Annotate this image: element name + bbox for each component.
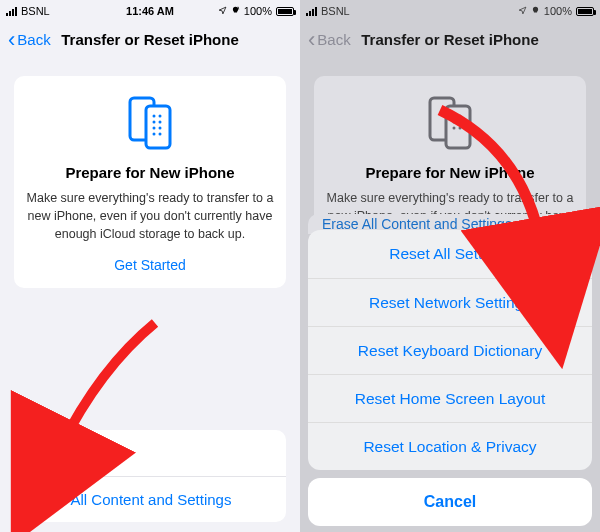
clock: 11:46 AM	[0, 5, 300, 17]
card-heading: Prepare for New iPhone	[326, 164, 574, 181]
location-icon	[518, 5, 527, 17]
reset-network-settings[interactable]: Reset Network Settings	[308, 278, 592, 326]
svg-point-3	[159, 115, 162, 118]
action-sheet: Erase All Content and Settings Reset All…	[308, 214, 592, 526]
svg-point-9	[159, 133, 162, 136]
svg-rect-11	[446, 106, 470, 148]
battery-icon	[276, 7, 294, 16]
status-bar: BSNL 11:46 AM 100%	[0, 0, 300, 20]
svg-rect-1	[146, 106, 170, 148]
chevron-left-icon: ‹	[8, 31, 15, 49]
back-button[interactable]: ‹ Back	[8, 31, 51, 49]
chevron-left-icon: ‹	[308, 31, 315, 49]
reset-home-screen[interactable]: Reset Home Screen Layout	[308, 374, 592, 422]
status-bar: BSNL 11:46 AM 100%	[300, 0, 600, 20]
svg-point-13	[459, 115, 462, 118]
two-phones-icon	[120, 94, 180, 154]
reset-keyboard[interactable]: Reset Keyboard Dictionary	[308, 326, 592, 374]
erase-row[interactable]: Erase All Content and Settings	[14, 476, 286, 522]
carrier-label: BSNL	[321, 5, 350, 17]
get-started-link[interactable]: Get Started	[114, 257, 186, 273]
cancel-button[interactable]: Cancel	[308, 478, 592, 526]
svg-point-14	[453, 121, 456, 124]
svg-point-17	[459, 127, 462, 130]
svg-point-7	[159, 127, 162, 130]
svg-point-16	[453, 127, 456, 130]
nav-bar: ‹ Back Transfer or Reset iPhone	[0, 20, 300, 60]
two-phones-icon	[420, 94, 480, 154]
battery-pct: 100%	[544, 5, 572, 17]
reset-options-group: Reset All Settings Reset Network Setting…	[308, 230, 592, 470]
reset-location-privacy[interactable]: Reset Location & Privacy	[308, 422, 592, 470]
prepare-card: Prepare for New iPhone Make sure everyth…	[14, 76, 286, 288]
back-button: ‹ Back	[308, 31, 351, 49]
svg-point-2	[153, 115, 156, 118]
reset-all-settings[interactable]: Reset All Settings	[308, 230, 592, 278]
signal-icon	[306, 7, 317, 16]
reset-row[interactable]: Reset	[14, 430, 286, 476]
phone-screen-left: BSNL 11:46 AM 100% ‹ Back Transfer or Re…	[0, 0, 300, 532]
options-list: Reset Erase All Content and Settings	[14, 430, 286, 522]
svg-point-5	[159, 121, 162, 124]
svg-point-6	[153, 127, 156, 130]
svg-point-4	[153, 121, 156, 124]
card-heading: Prepare for New iPhone	[26, 164, 274, 181]
screenshot-pair: BSNL 11:46 AM 100% ‹ Back Transfer or Re…	[0, 0, 600, 532]
phone-screen-right: BSNL 11:46 AM 100% ‹ Back Transfer or Re…	[300, 0, 600, 532]
dnd-icon	[531, 5, 540, 17]
svg-point-12	[453, 115, 456, 118]
svg-point-15	[459, 121, 462, 124]
battery-icon	[576, 7, 594, 16]
nav-bar: ‹ Back Transfer or Reset iPhone	[300, 20, 600, 60]
card-body: Make sure everything's ready to transfer…	[26, 189, 274, 243]
svg-point-8	[153, 133, 156, 136]
